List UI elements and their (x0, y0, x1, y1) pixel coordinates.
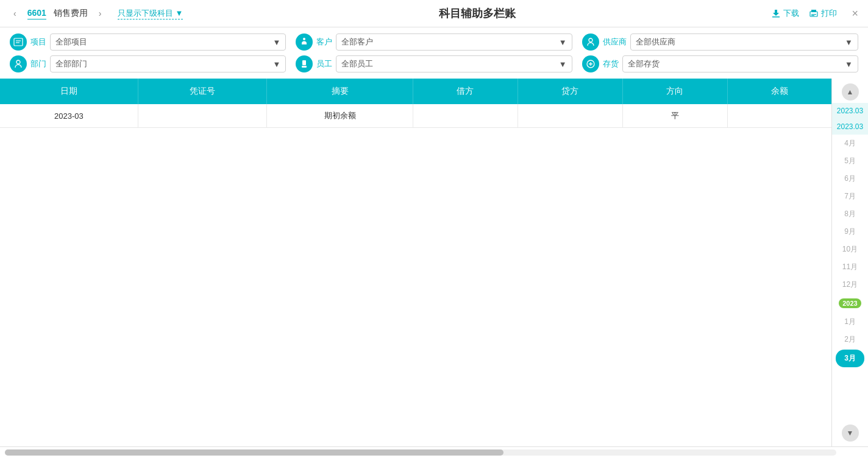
print-button[interactable]: 打印 (809, 8, 837, 19)
prev-account-button[interactable]: ‹ (10, 7, 20, 19)
employee-select[interactable]: 全部员工 ▼ (336, 55, 572, 72)
department-select[interactable]: 全部部门 ▼ (50, 55, 286, 72)
svg-rect-2 (811, 10, 816, 12)
filter-item-inventory: 存货 全部存货 ▼ (582, 55, 858, 72)
timeline-scroll-up[interactable]: ▲ (842, 83, 859, 100)
scrollbar-thumb[interactable] (5, 449, 503, 456)
year-badge-2023: 2023 (839, 296, 861, 311)
cell-date: 2023-03 (0, 104, 138, 128)
top-bar: ‹ 6601 销售费用 › 只显示下级科目 ▼ 科目辅助多栏账 下载 打印 × (0, 0, 868, 27)
filter-bar: 项目 全部项目 ▼ 客户 全部客户 ▼ (0, 27, 868, 79)
col-debit: 借方 (413, 79, 518, 104)
svg-rect-4 (811, 15, 814, 16)
timeline-period-sep[interactable]: 9月 (832, 223, 868, 241)
close-button[interactable]: × (852, 7, 858, 20)
timeline-period-mar-current[interactable]: 3月 (836, 350, 864, 367)
cell-voucher (138, 104, 266, 128)
col-credit: 贷方 (518, 79, 622, 104)
filter-item-project: 项目 全部项目 ▼ (10, 33, 286, 51)
download-button[interactable]: 下载 (771, 8, 799, 19)
timeline-period-dec[interactable]: 12月 (832, 276, 868, 294)
horizontal-scrollbar[interactable] (5, 449, 836, 456)
filter-item-customer: 客户 全部客户 ▼ (296, 33, 572, 51)
timeline-period-2023-03-1[interactable]: 2023.03 (832, 103, 868, 119)
top-actions: 下载 打印 × (771, 7, 858, 20)
svg-rect-0 (772, 16, 780, 18)
cell-balance (727, 104, 831, 128)
page-title: 科目辅助多栏账 (190, 6, 764, 21)
timeline-sidebar: ▲ 2023.03 2023.03 4月 5月 6月 7月 8月 9月 10月 … (831, 79, 868, 446)
timeline-period-nov[interactable]: 11月 (832, 258, 868, 276)
timeline-period-feb[interactable]: 2月 (832, 331, 868, 348)
show-sub-dropdown[interactable]: 只显示下级科目 ▼ (118, 8, 183, 19)
cell-summary: 期初余额 (267, 104, 413, 128)
bottom-bar (0, 446, 868, 458)
svg-rect-11 (302, 66, 307, 68)
col-direction: 方向 (622, 79, 727, 104)
next-account-button[interactable]: › (95, 7, 105, 19)
ledger-table: 日期 凭证号 摘要 借方 贷方 方向 余额 2023-03 期初余额 (0, 79, 831, 128)
cell-credit (518, 104, 622, 128)
svg-rect-5 (14, 38, 23, 46)
timeline-period-2023-03-2[interactable]: 2023.03 (832, 119, 868, 135)
supplier-icon (582, 33, 599, 51)
account-code: 6601 (27, 8, 46, 19)
inventory-select[interactable]: 全部存货 ▼ (622, 55, 858, 72)
svg-point-8 (589, 38, 592, 42)
timeline-period-may[interactable]: 5月 (832, 152, 868, 170)
svg-rect-10 (302, 60, 306, 65)
project-select[interactable]: 全部项目 ▼ (50, 33, 286, 51)
cell-debit (413, 104, 518, 128)
customer-icon (296, 33, 313, 51)
employee-icon (296, 55, 313, 72)
main-content: 日期 凭证号 摘要 借方 贷方 方向 余额 2023-03 期初余额 (0, 79, 868, 446)
table-area: 日期 凭证号 摘要 借方 贷方 方向 余额 2023-03 期初余额 (0, 79, 831, 446)
svg-point-9 (16, 60, 20, 64)
filter-row-2: 部门 全部部门 ▼ 员工 全部员工 ▼ (10, 55, 858, 72)
col-balance: 余额 (727, 79, 831, 104)
download-icon (771, 9, 781, 18)
print-icon (809, 9, 819, 18)
col-voucher: 凭证号 (138, 79, 266, 104)
table-header-row: 日期 凭证号 摘要 借方 贷方 方向 余额 (0, 79, 831, 104)
timeline-period-jul[interactable]: 7月 (832, 188, 868, 205)
table-row: 2023-03 期初余额 平 (0, 104, 831, 128)
filter-row-1: 项目 全部项目 ▼ 客户 全部客户 ▼ (10, 33, 858, 51)
filter-item-department: 部门 全部部门 ▼ (10, 55, 286, 72)
account-name: 销售费用 (54, 8, 88, 19)
timeline-period-jun[interactable]: 6月 (832, 170, 868, 188)
col-date: 日期 (0, 79, 138, 104)
svg-rect-3 (811, 14, 816, 15)
cell-direction: 平 (622, 104, 727, 128)
customer-select[interactable]: 全部客户 ▼ (336, 33, 572, 51)
timeline-period-oct[interactable]: 10月 (832, 241, 868, 258)
supplier-select[interactable]: 全部供应商 ▼ (630, 33, 858, 51)
department-icon (10, 55, 27, 72)
main-window: ‹ 6601 销售费用 › 只显示下级科目 ▼ 科目辅助多栏账 下载 打印 × (0, 0, 868, 458)
timeline-period-apr[interactable]: 4月 (832, 135, 868, 152)
project-icon (10, 33, 27, 51)
filter-item-employee: 员工 全部员工 ▼ (296, 55, 572, 72)
filter-item-supplier: 供应商 全部供应商 ▼ (582, 33, 858, 51)
timeline-scroll-down[interactable]: ▼ (842, 425, 859, 442)
col-summary: 摘要 (267, 79, 413, 104)
timeline-period-jan[interactable]: 1月 (832, 313, 868, 331)
timeline-period-aug[interactable]: 8月 (832, 205, 868, 223)
inventory-icon (582, 55, 599, 72)
